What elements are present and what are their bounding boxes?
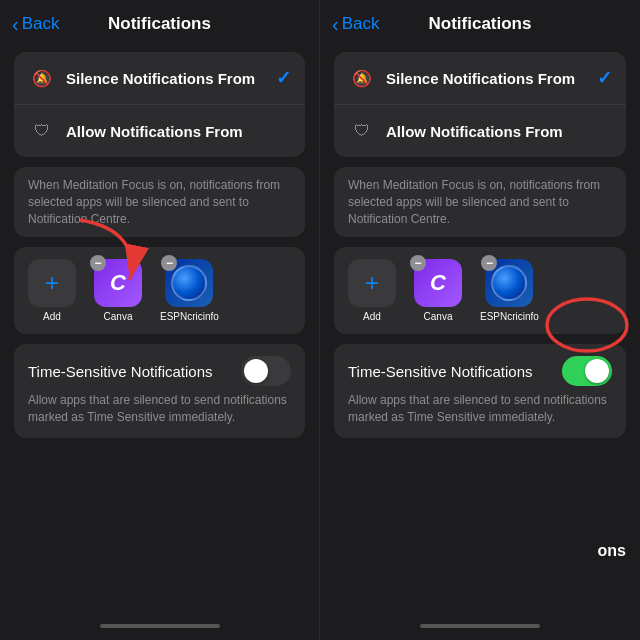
right-ts-header: Time-Sensitive Notifications: [348, 356, 612, 386]
right-checkmark-icon: ✓: [597, 67, 612, 89]
right-back-button[interactable]: ‹ Back: [332, 14, 379, 34]
left-add-button[interactable]: +: [28, 259, 76, 307]
left-canva-app-item[interactable]: − C Canva: [94, 259, 142, 322]
left-allow-label: Allow Notifications From: [66, 123, 291, 140]
left-silence-row[interactable]: 🔕 Silence Notifications From ✓: [14, 52, 305, 105]
right-time-sensitive-card: Time-Sensitive Notifications Allow apps …: [334, 344, 626, 438]
left-back-label: Back: [22, 14, 60, 34]
right-apps-card: + Add − C Canva −: [334, 247, 626, 334]
right-nav-title: Notifications: [429, 14, 532, 34]
right-home-indicator: [420, 624, 540, 628]
right-silence-label: Silence Notifications From: [386, 70, 587, 87]
left-espn-globe: [171, 265, 207, 301]
left-content: 🔕 Silence Notifications From ✓ 🛡 Allow N…: [0, 44, 319, 616]
left-home-indicator: [100, 624, 220, 628]
right-add-label: Add: [363, 311, 381, 322]
right-bell-icon: 🔕: [348, 64, 376, 92]
right-options-card: 🔕 Silence Notifications From ✓ 🛡 Allow N…: [334, 52, 626, 157]
right-add-button[interactable]: +: [348, 259, 396, 307]
left-allow-row[interactable]: 🛡 Allow Notifications From: [14, 105, 305, 157]
left-espn-app-item[interactable]: − ESPNcricinfo: [160, 259, 219, 322]
left-bell-icon: 🔕: [28, 64, 56, 92]
right-back-label: Back: [342, 14, 380, 34]
left-add-label: Add: [43, 311, 61, 322]
left-phone-panel: ‹ Back Notifications 🔕 Silence Notificat…: [0, 0, 320, 640]
right-nav-header: ‹ Back Notifications: [320, 0, 640, 44]
right-add-app-item[interactable]: + Add: [348, 259, 396, 322]
left-time-sensitive-card: Time-Sensitive Notifications Allow apps …: [14, 344, 305, 438]
right-shield-icon: 🛡: [348, 117, 376, 145]
right-description-card: When Meditation Focus is on, notificatio…: [334, 167, 626, 237]
left-nav-header: ‹ Back Notifications: [0, 0, 319, 44]
left-shield-icon: 🛡: [28, 117, 56, 145]
right-ts-description: Allow apps that are silenced to send not…: [348, 392, 612, 426]
right-ons-text: ons: [598, 542, 626, 560]
left-apps-row: + Add − C Canva −: [28, 259, 291, 322]
right-content: 🔕 Silence Notifications From ✓ 🛡 Allow N…: [320, 44, 640, 616]
left-description-text: When Meditation Focus is on, notificatio…: [28, 177, 291, 227]
right-description-text: When Meditation Focus is on, notificatio…: [348, 177, 612, 227]
right-ts-toggle[interactable]: [562, 356, 612, 386]
left-ts-header: Time-Sensitive Notifications: [28, 356, 291, 386]
right-apps-row: + Add − C Canva −: [348, 259, 612, 322]
left-back-button[interactable]: ‹ Back: [12, 14, 59, 34]
left-apps-card: + Add − C Canva −: [14, 247, 305, 334]
right-espn-app-item[interactable]: − ESPNcricinfo: [480, 259, 539, 322]
right-ts-label: Time-Sensitive Notifications: [348, 363, 533, 380]
right-canva-app-item[interactable]: − C Canva: [414, 259, 462, 322]
left-ts-toggle[interactable]: [241, 356, 291, 386]
left-espn-label: ESPNcricinfo: [160, 311, 219, 322]
right-back-chevron-icon: ‹: [332, 14, 339, 34]
left-options-card: 🔕 Silence Notifications From ✓ 🛡 Allow N…: [14, 52, 305, 157]
left-canva-label: Canva: [104, 311, 133, 322]
right-phone-panel: ‹ Back Notifications 🔕 Silence Notificat…: [320, 0, 640, 640]
left-back-chevron-icon: ‹: [12, 14, 19, 34]
right-canva-label: Canva: [424, 311, 453, 322]
right-silence-row[interactable]: 🔕 Silence Notifications From ✓: [334, 52, 626, 105]
right-allow-label: Allow Notifications From: [386, 123, 612, 140]
left-description-card: When Meditation Focus is on, notificatio…: [14, 167, 305, 237]
left-ts-description: Allow apps that are silenced to send not…: [28, 392, 291, 426]
right-allow-row[interactable]: 🛡 Allow Notifications From: [334, 105, 626, 157]
left-ts-label: Time-Sensitive Notifications: [28, 363, 213, 380]
left-checkmark-icon: ✓: [276, 67, 291, 89]
left-silence-label: Silence Notifications From: [66, 70, 266, 87]
right-espn-globe: [491, 265, 527, 301]
left-nav-title: Notifications: [108, 14, 211, 34]
left-add-app-item[interactable]: + Add: [28, 259, 76, 322]
right-espn-label: ESPNcricinfo: [480, 311, 539, 322]
